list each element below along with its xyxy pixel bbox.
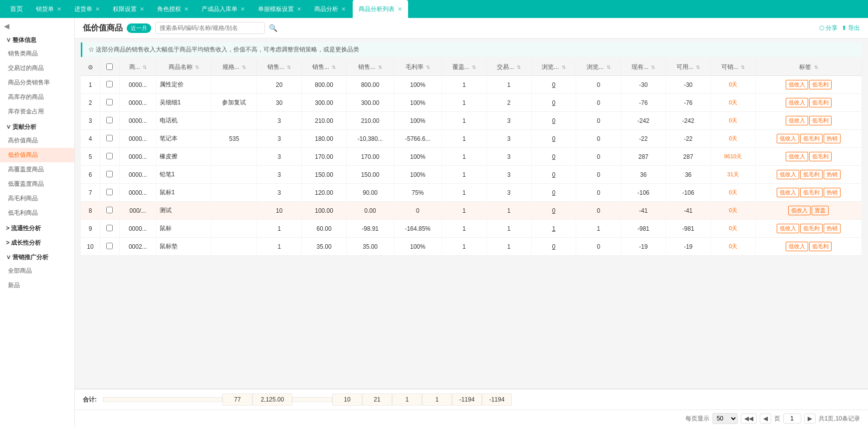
- next-page-button[interactable]: ▶: [804, 414, 816, 424]
- row-browse1[interactable]: 0: [531, 130, 576, 148]
- col-code[interactable]: 商... ⇅: [119, 59, 156, 76]
- row-browse1[interactable]: 0: [531, 202, 576, 220]
- browse-link[interactable]: 0: [552, 207, 556, 214]
- sidebar-group-flow[interactable]: > 流通性分析: [0, 220, 74, 235]
- close-icon[interactable]: ✕: [57, 6, 61, 12]
- sidebar-item-category-sales-rate[interactable]: 商品分类销售率: [0, 75, 74, 90]
- browse-link[interactable]: 0: [552, 99, 556, 106]
- browse-link[interactable]: 0: [552, 189, 556, 196]
- first-page-button[interactable]: ◀◀: [741, 414, 757, 424]
- page-size-select[interactable]: 50 100 200: [712, 413, 738, 424]
- close-icon[interactable]: ✕: [398, 6, 402, 12]
- page-number-input[interactable]: [783, 414, 801, 424]
- col-spec[interactable]: 规格... ⇅: [212, 59, 257, 76]
- sidebar-item-sales-products[interactable]: 销售类商品: [0, 46, 74, 61]
- sidebar-item-low-coverage[interactable]: 低覆盖度商品: [0, 177, 74, 191]
- select-all-checkbox[interactable]: [106, 63, 113, 70]
- col-saleable[interactable]: 可销... ⇅: [711, 59, 756, 76]
- nav-template-settings[interactable]: 单据模板设置✕: [252, 0, 307, 18]
- sidebar-item-low-value[interactable]: 低价值商品: [0, 148, 74, 162]
- col-trade[interactable]: 交易... ⇅: [486, 59, 531, 76]
- row-browse1[interactable]: 0: [531, 148, 576, 166]
- row-checkbox-cell[interactable]: [100, 148, 120, 166]
- row-checkbox[interactable]: [106, 135, 113, 141]
- col-avail[interactable]: 可用... ⇅: [666, 59, 711, 76]
- browse-link[interactable]: 1: [552, 225, 556, 232]
- sidebar-item-high-coverage[interactable]: 高覆盖度商品: [0, 162, 74, 177]
- nav-role-auth[interactable]: 角色授权✕: [151, 0, 195, 18]
- nav-product-inbound[interactable]: 产成品入库单✕: [196, 0, 251, 18]
- nav-product-analysis[interactable]: 商品分析✕: [308, 0, 352, 18]
- row-checkbox-cell[interactable]: [100, 238, 120, 256]
- close-icon[interactable]: ✕: [140, 6, 144, 12]
- share-button[interactable]: ⬡ 分享: [819, 24, 838, 32]
- nav-permissions[interactable]: 权限设置✕: [107, 0, 150, 18]
- browse-link[interactable]: 0: [552, 117, 556, 124]
- col-settings[interactable]: ⚙: [81, 59, 100, 76]
- col-name[interactable]: 商品名称 ⇅: [156, 59, 212, 76]
- close-icon[interactable]: ✕: [297, 6, 301, 12]
- browse-link[interactable]: 0: [552, 153, 556, 160]
- sidebar-item-high-stock[interactable]: 高库存的商品: [0, 90, 74, 104]
- browse-link[interactable]: 0: [552, 171, 556, 178]
- search-icon[interactable]: 🔍: [269, 24, 277, 32]
- row-checkbox-cell[interactable]: [100, 220, 120, 238]
- prev-page-button[interactable]: ◀: [760, 414, 771, 424]
- sidebar-item-new-products[interactable]: 新品: [0, 278, 74, 293]
- col-coverage[interactable]: 覆盖... ⇅: [441, 59, 486, 76]
- sidebar-item-high-margin[interactable]: 高毛利商品: [0, 191, 74, 206]
- sidebar-item-traded-products[interactable]: 交易过的商品: [0, 61, 74, 75]
- close-icon[interactable]: ✕: [341, 6, 346, 12]
- col-checkbox[interactable]: [100, 59, 120, 76]
- row-browse1[interactable]: 0: [531, 184, 576, 202]
- col-sales2[interactable]: 销售... ⇅: [302, 59, 347, 76]
- row-checkbox[interactable]: [106, 189, 113, 195]
- nav-purchase-order[interactable]: 进货单✕: [68, 0, 106, 18]
- row-checkbox[interactable]: [106, 153, 113, 159]
- row-checkbox[interactable]: [106, 171, 113, 177]
- search-input[interactable]: [155, 22, 265, 34]
- nav-product-analysis-list[interactable]: 商品分析列表✕: [353, 0, 408, 18]
- sidebar-item-low-margin[interactable]: 低毛利商品: [0, 206, 74, 220]
- row-browse1[interactable]: 0: [531, 76, 576, 94]
- row-browse1[interactable]: 1: [531, 220, 576, 238]
- row-checkbox[interactable]: [106, 117, 113, 123]
- browse-link[interactable]: 0: [552, 135, 556, 142]
- row-checkbox-cell[interactable]: [100, 184, 120, 202]
- col-margin-rate[interactable]: 毛利率 ⇅: [394, 59, 441, 76]
- sidebar-item-all-products[interactable]: 全部商品: [0, 264, 74, 278]
- row-browse1[interactable]: 0: [531, 112, 576, 130]
- browse-link[interactable]: 0: [552, 243, 556, 250]
- row-checkbox-cell[interactable]: [100, 202, 120, 220]
- row-checkbox[interactable]: [106, 207, 113, 213]
- close-icon[interactable]: ✕: [95, 6, 100, 12]
- row-checkbox[interactable]: [106, 99, 113, 105]
- row-checkbox[interactable]: [106, 81, 113, 87]
- table-container[interactable]: ⚙ 商... ⇅ 商品名称 ⇅ 规格... ⇅ 销售... ⇅ 销售... ⇅ …: [81, 59, 862, 389]
- col-browse1[interactable]: 浏览... ⇅: [531, 59, 576, 76]
- row-browse1[interactable]: 0: [531, 94, 576, 112]
- collapse-sidebar-button[interactable]: ◀: [4, 22, 9, 30]
- sidebar-group-growth[interactable]: > 成长性分析: [0, 235, 74, 249]
- row-checkbox[interactable]: [106, 225, 113, 231]
- row-checkbox-cell[interactable]: [100, 130, 120, 148]
- row-checkbox-cell[interactable]: [100, 166, 120, 184]
- row-checkbox-cell[interactable]: [100, 112, 120, 130]
- row-browse1[interactable]: 0: [531, 166, 576, 184]
- sidebar-item-high-value[interactable]: 高价值商品: [0, 133, 74, 148]
- row-checkbox-cell[interactable]: [100, 76, 120, 94]
- browse-link[interactable]: 0: [552, 81, 556, 88]
- export-button[interactable]: ⬆ 导出: [842, 24, 860, 32]
- close-icon[interactable]: ✕: [184, 6, 189, 12]
- row-checkbox[interactable]: [106, 243, 113, 249]
- sidebar-item-stock-funds[interactable]: 库存资金占用: [0, 104, 74, 119]
- nav-sales-order[interactable]: 销货单✕: [30, 0, 67, 18]
- col-tags[interactable]: 标签 ⇅: [755, 59, 862, 76]
- col-sales3[interactable]: 销售... ⇅: [347, 59, 394, 76]
- col-sales1[interactable]: 销售... ⇅: [257, 59, 302, 76]
- col-stock[interactable]: 现有... ⇅: [621, 59, 666, 76]
- nav-home[interactable]: 首页: [4, 0, 29, 18]
- close-icon[interactable]: ✕: [240, 6, 245, 12]
- row-checkbox-cell[interactable]: [100, 94, 120, 112]
- time-badge[interactable]: 近一月: [127, 23, 151, 33]
